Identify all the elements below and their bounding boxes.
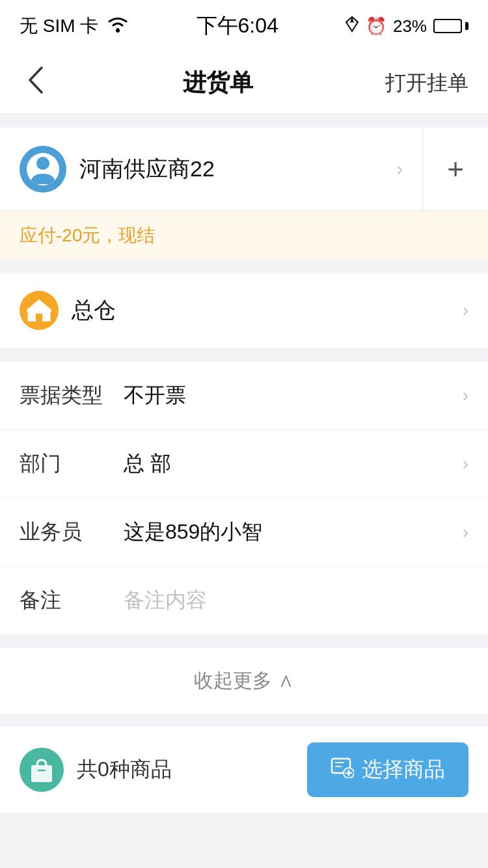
product-bottom-section: 共0种商品 选择商品	[0, 727, 488, 813]
carrier-text: 无 SIM 卡	[20, 14, 98, 38]
warehouse-icon	[20, 291, 59, 330]
remark-input[interactable]: 备注内容	[124, 586, 468, 615]
collapse-text: 收起更多 ∧	[194, 668, 293, 694]
wifi-icon	[106, 15, 129, 38]
sales-label: 业务员	[20, 518, 124, 547]
dept-label: 部门	[20, 450, 124, 478]
location-icon	[345, 16, 359, 37]
open-pending-button[interactable]: 打开挂单	[385, 69, 468, 98]
invoice-type-row[interactable]: 票据类型 不开票 ›	[0, 362, 488, 430]
warehouse-name: 总仓	[72, 295, 456, 325]
sales-row[interactable]: 业务员 这是859的小智 ›	[0, 498, 488, 567]
invoice-type-chevron-icon: ›	[463, 385, 468, 406]
add-icon: +	[447, 153, 464, 185]
dept-chevron-icon: ›	[463, 454, 468, 474]
svg-rect-3	[31, 765, 52, 782]
fields-section: 票据类型 不开票 › 部门 总 部 › 业务员 这是859的小智 › 备注 备注…	[0, 362, 488, 634]
select-product-button[interactable]: 选择商品	[307, 742, 468, 797]
supplier-chevron-icon: ›	[397, 159, 403, 180]
supplier-select-row[interactable]: 河南供应商22 ›	[0, 128, 423, 211]
invoice-type-value: 不开票	[124, 381, 456, 410]
supplier-name: 河南供应商22	[79, 154, 390, 184]
remark-row[interactable]: 备注 备注内容	[0, 567, 488, 634]
nav-bar: 进货单 打开挂单	[0, 52, 488, 115]
select-product-icon	[331, 757, 354, 783]
status-left: 无 SIM 卡	[20, 14, 129, 38]
page-background	[0, 813, 488, 868]
dept-value: 总 部	[124, 450, 456, 478]
warehouse-row: 总仓 ›	[0, 273, 488, 349]
product-count: 共0种商品	[77, 755, 307, 784]
top-divider	[0, 115, 488, 128]
status-bar: 无 SIM 卡 下午6:04 ⏰ 23%	[0, 0, 488, 52]
page-title: 进货单	[183, 67, 253, 99]
alert-banner: 应付-20元，现结	[0, 211, 488, 260]
remark-label: 备注	[20, 586, 124, 615]
product-icon	[20, 748, 64, 792]
supplier-section: 河南供应商22 › +	[0, 128, 488, 211]
supplier-avatar	[20, 146, 66, 193]
collapse-section[interactable]: 收起更多 ∧	[0, 647, 488, 714]
sales-value: 这是859的小智	[124, 518, 456, 547]
back-button[interactable]	[20, 59, 51, 107]
alarm-icon: ⏰	[366, 16, 386, 36]
status-right: ⏰ 23%	[345, 16, 468, 37]
battery-icon	[433, 19, 468, 33]
warehouse-chevron-icon: ›	[463, 300, 468, 321]
add-supplier-button[interactable]: +	[423, 128, 488, 211]
invoice-type-label: 票据类型	[20, 381, 124, 410]
warehouse-select-row[interactable]: 总仓 ›	[0, 273, 488, 349]
alert-text: 应付-20元，现结	[20, 225, 155, 245]
svg-rect-2	[36, 314, 42, 321]
avatar-inner	[27, 153, 59, 185]
battery-percent: 23%	[393, 16, 427, 36]
svg-point-0	[116, 29, 120, 33]
sales-chevron-icon: ›	[463, 522, 468, 543]
select-product-label: 选择商品	[362, 755, 445, 784]
svg-point-1	[36, 157, 49, 170]
status-time: 下午6:04	[197, 12, 278, 40]
dept-row[interactable]: 部门 总 部 ›	[0, 430, 488, 498]
